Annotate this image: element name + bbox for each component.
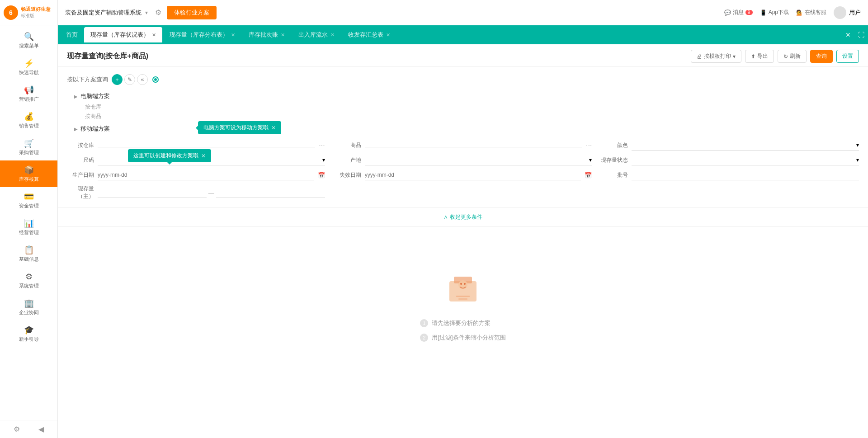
back-scheme-button[interactable]: « xyxy=(137,74,148,85)
scheme-mobile-arrow: ▶ xyxy=(74,127,78,132)
print-button[interactable]: 🖨 按模板打印 ▾ xyxy=(691,50,741,63)
expiry-date-label: 失效日期 xyxy=(334,171,361,179)
topbar-message[interactable]: 💬 消息 9 xyxy=(724,9,753,16)
goods-dots[interactable]: ··· xyxy=(586,141,592,150)
warehouse-select[interactable] xyxy=(98,143,315,147)
system-dropdown-arrow[interactable]: ▾ xyxy=(145,9,148,16)
filter-row-expiry-date: 失效日期 📅 xyxy=(334,170,592,180)
filter-header: 按以下方案查询 ＋ ✎ « xyxy=(67,74,859,85)
system-icon: ⚙ xyxy=(25,272,33,282)
scheme-pc-arrow: ▶ xyxy=(74,94,78,99)
batch-input[interactable] xyxy=(632,170,859,180)
goods-label: 商品 xyxy=(334,141,361,149)
operation-icon: 📊 xyxy=(24,218,34,228)
tab-close-inventory-dist[interactable]: ✕ xyxy=(231,32,235,38)
print-dropdown-arrow: ▾ xyxy=(733,53,736,60)
sidebar-item-marketing[interactable]: 📢 营销推广 xyxy=(0,80,57,107)
logo: 6 畅通道好生意 标准版 xyxy=(0,0,57,25)
expiry-date-input[interactable] xyxy=(365,170,581,180)
page-actions: 🖨 按模板打印 ▾ ⬆ 导出 ↻ 刷新 查询 设置 xyxy=(691,50,859,63)
tabbar-expand-button[interactable]: ⛶ xyxy=(856,29,866,40)
edit-scheme-button[interactable]: ✎ xyxy=(124,74,135,85)
tab-collect-summary[interactable]: 收发存汇总表 ✕ xyxy=(342,27,396,42)
experience-button[interactable]: 体验行业方案 xyxy=(167,6,217,19)
tab-home[interactable]: 首页 xyxy=(60,27,84,42)
sidebar-item-search[interactable]: 🔍 搜索菜单 xyxy=(0,27,57,54)
size-dropdown-arrow: ▾ xyxy=(322,157,325,163)
support-icon: 💁 xyxy=(796,9,803,16)
export-button[interactable]: ⬆ 导出 xyxy=(745,50,774,63)
stock-main-end[interactable] xyxy=(216,188,325,198)
tab-batch-ledger[interactable]: 库存批次账 ✕ xyxy=(242,27,291,42)
filter-row-production-date: 生产日期 📅 xyxy=(67,170,325,180)
sidebar-item-enterprise[interactable]: 🏢 企业协同 xyxy=(0,294,57,320)
tooltip-edit-close[interactable]: ✕ xyxy=(201,153,206,159)
collapse-text: 收起更多条件 xyxy=(450,214,482,220)
origin-label: 产地 xyxy=(334,156,361,164)
refresh-button[interactable]: ↻ 刷新 xyxy=(778,50,807,63)
footer-settings-icon[interactable]: ⚙ xyxy=(14,425,20,433)
topbar-support[interactable]: 💁 在线客服 xyxy=(796,9,826,16)
tab-inventory-dist[interactable]: 现存量（库存分布表） ✕ xyxy=(163,27,241,42)
filter-actions: ＋ ✎ « xyxy=(112,74,148,85)
sidebar-item-system[interactable]: ⚙ 系统管理 xyxy=(0,267,57,294)
production-date-calendar-icon[interactable]: 📅 xyxy=(318,172,325,179)
tab-close-in-out-flow[interactable]: ✕ xyxy=(330,32,335,38)
scheme-tree: ▶ 电脑端方案 按仓库 按商品 ▶ 移动端方案 xyxy=(74,90,859,135)
sidebar-item-operation[interactable]: 📊 经营管理 xyxy=(0,214,57,240)
production-date-start[interactable] xyxy=(98,170,314,180)
tooltip-pc-close[interactable]: ✕ xyxy=(271,125,276,131)
footer-collapse-icon[interactable]: ◀ xyxy=(38,425,44,433)
empty-steps: 1 请先选择要分析的方案 2 用[过滤]条件来缩小分析范围 xyxy=(420,317,505,344)
tab-in-out-flow[interactable]: 出入库流水 ✕ xyxy=(292,27,341,42)
tabbar-close-all-button[interactable]: ✕ xyxy=(844,29,853,40)
scheme-sub-item1[interactable]: 按仓库 xyxy=(85,102,859,112)
export-icon: ⬆ xyxy=(751,53,755,60)
stock-status-select[interactable]: ▾ xyxy=(632,155,859,165)
tab-close-inventory-status[interactable]: ✕ xyxy=(152,32,156,38)
query-button[interactable]: 查询 xyxy=(810,50,833,63)
tab-close-collect-summary[interactable]: ✕ xyxy=(386,32,390,38)
topbar-system: 装备及固定资产辅助管理系统 ▾ xyxy=(65,9,148,17)
stock-main-label: 现存量（主） xyxy=(67,185,94,200)
color-select[interactable]: ▾ xyxy=(632,140,859,151)
collapse-bar[interactable]: ∧ 收起更多条件 xyxy=(58,208,868,227)
tab-inventory-status[interactable]: 现存量（库存状况表） ✕ xyxy=(84,27,162,42)
filter-label: 按以下方案查询 xyxy=(67,75,108,84)
sidebar-item-purchase[interactable]: 🛒 采购管理 xyxy=(0,134,57,160)
topbar-app[interactable]: 📱 App下载 xyxy=(760,9,789,16)
page: 现存量查询(按仓库+商品) 🖨 按模板打印 ▾ ⬆ 导出 ↻ 刷新 查询 设置 xyxy=(58,44,868,438)
warehouse-dots[interactable]: ··· xyxy=(319,141,325,150)
svg-point-3 xyxy=(460,283,462,285)
sidebar-footer: ⚙ ◀ xyxy=(0,420,57,438)
sidebar-item-basic[interactable]: 📋 基础信息 xyxy=(0,240,57,267)
origin-select[interactable]: ▾ xyxy=(365,155,592,165)
sidebar-item-finance[interactable]: 💳 资金管理 xyxy=(0,187,57,214)
add-scheme-button[interactable]: ＋ xyxy=(112,74,123,85)
sidebar-item-inventory[interactable]: 📦 库存核算 xyxy=(0,160,57,187)
size-label: 尺码 xyxy=(67,156,94,164)
stock-range-sep: — xyxy=(208,189,214,196)
sidebar-item-guide[interactable]: 🎓 新手引导 xyxy=(0,320,57,347)
goods-select[interactable] xyxy=(365,143,582,147)
topbar-settings-icon[interactable]: ⚙ xyxy=(155,8,161,17)
support-label: 在线客服 xyxy=(805,9,826,16)
sidebar-item-sales[interactable]: 💰 销售管理 xyxy=(0,107,57,134)
expiry-date-calendar-icon[interactable]: 📅 xyxy=(585,172,592,179)
settings-button[interactable]: 设置 xyxy=(836,50,859,63)
filter-row-batch: 批号 xyxy=(601,170,859,180)
sidebar-item-quick-nav[interactable]: ⚡ 快速导航 xyxy=(0,54,57,80)
inventory-icon: 📦 xyxy=(24,165,34,175)
collapse-icon: ∧ xyxy=(443,214,448,220)
batch-label: 批号 xyxy=(601,171,628,179)
scheme-mobile[interactable]: ▶ 移动端方案 xyxy=(74,123,859,135)
scheme-pc[interactable]: ▶ 电脑端方案 xyxy=(74,90,859,102)
tab-close-batch-ledger[interactable]: ✕ xyxy=(281,32,285,38)
topbar-user[interactable]: 用户 xyxy=(834,6,861,19)
topbar-right: 💬 消息 9 📱 App下载 💁 在线客服 用户 xyxy=(724,6,861,19)
production-date-label: 生产日期 xyxy=(67,171,94,179)
scheme-pc-label: 电脑端方案 xyxy=(80,92,110,100)
scheme-sub-item2[interactable]: 按商品 xyxy=(85,112,859,121)
stock-main-start[interactable] xyxy=(98,188,207,198)
origin-dropdown-arrow: ▾ xyxy=(589,157,592,163)
